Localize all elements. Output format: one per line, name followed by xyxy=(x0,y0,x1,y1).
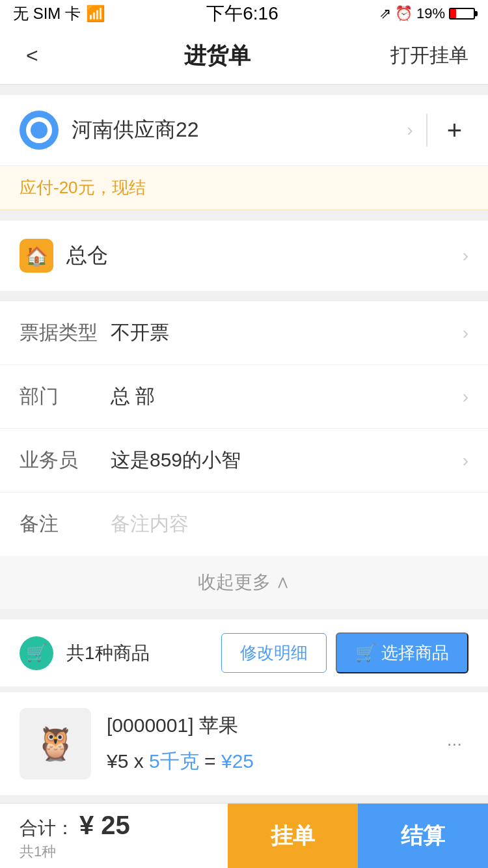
hang-label: 挂单 xyxy=(271,821,315,851)
product-name: [0000001] 苹果 xyxy=(107,712,441,739)
carrier-text: 无 SIM 卡 xyxy=(13,3,81,24)
cart-icon: 🛒 xyxy=(26,643,47,663)
select-product-button[interactable]: 🛒 选择商品 xyxy=(336,632,468,673)
supplier-divider xyxy=(426,114,427,146)
products-section: 🛒 共1种商品 修改明细 🛒 选择商品 xyxy=(0,619,488,687)
back-button[interactable]: < xyxy=(20,37,45,74)
add-supplier-button[interactable]: + xyxy=(441,116,468,145)
warehouse-row[interactable]: 🏠 总仓 › xyxy=(0,221,488,291)
avatar-inner xyxy=(26,117,52,143)
invoice-chevron-icon: › xyxy=(463,323,468,344)
status-time: 下午6:16 xyxy=(206,1,278,26)
sales-label: 业务员 xyxy=(20,447,98,474)
total-main: 合计： ¥ 25 xyxy=(20,811,208,841)
house-icon: 🏠 xyxy=(25,245,48,267)
open-hang-button[interactable]: 打开挂单 xyxy=(390,42,468,69)
price-x: x xyxy=(134,750,149,772)
sales-row[interactable]: 业务员 这是859的小智 › xyxy=(0,429,488,493)
product-qty: 5千克 xyxy=(149,750,199,772)
supplier-name: 河南供应商22 xyxy=(72,116,407,144)
wifi-icon: 📶 xyxy=(86,5,105,23)
warehouse-name: 总仓 xyxy=(66,241,463,270)
remark-row[interactable]: 备注 备注内容 xyxy=(0,493,488,556)
modify-detail-button[interactable]: 修改明细 xyxy=(221,633,327,673)
products-icon: 🛒 xyxy=(20,636,53,670)
select-cart-icon: 🛒 xyxy=(355,643,376,663)
collapse-row[interactable]: 收起更多 ∧ xyxy=(0,556,488,609)
avatar-person-icon xyxy=(31,122,47,139)
product-title: 苹果 xyxy=(199,714,238,736)
warehouse-chevron-icon: › xyxy=(463,245,468,266)
status-bar: 无 SIM 卡 📶 下午6:16 ⇗ ⏰ 19% xyxy=(0,0,488,27)
remark-label: 备注 xyxy=(20,511,98,537)
total-amount: ¥ 25 xyxy=(79,811,130,840)
invoice-label: 票据类型 xyxy=(20,319,98,346)
alert-row: 应付-20元，现结 xyxy=(0,166,488,210)
supplier-row[interactable]: 河南供应商22 › + xyxy=(0,95,488,166)
status-left: 无 SIM 卡 📶 xyxy=(13,3,105,24)
battery-percent: 19% xyxy=(416,5,445,22)
product-code: [0000001] xyxy=(107,714,193,736)
status-right: ⇗ ⏰ 19% xyxy=(379,5,475,22)
product-price: ¥5 x 5千克 = ¥25 xyxy=(107,748,441,775)
total-sub: 共1种 xyxy=(20,842,208,861)
supplier-section: 河南供应商22 › + 应付-20元，现结 xyxy=(0,95,488,210)
products-header: 🛒 共1种商品 修改明细 🛒 选择商品 xyxy=(0,619,488,687)
location-icon: ⇗ xyxy=(379,5,391,22)
warehouse-icon: 🏠 xyxy=(20,239,53,273)
bottom-bar: 合计： ¥ 25 共1种 挂单 结算 xyxy=(0,803,488,868)
gap-4 xyxy=(0,609,488,619)
gap-2 xyxy=(0,210,488,221)
dept-value: 总 部 xyxy=(98,383,463,410)
supplier-avatar xyxy=(20,111,59,150)
price-unit: ¥5 xyxy=(107,750,128,772)
invoice-value: 不开票 xyxy=(98,319,463,346)
page-title: 进货单 xyxy=(184,41,251,71)
product-info: [0000001] 苹果 ¥5 x 5千克 = ¥25 xyxy=(107,712,441,775)
price-eq: = xyxy=(204,750,221,772)
dept-chevron-icon: › xyxy=(463,387,468,407)
sales-value: 这是859的小智 xyxy=(98,447,463,474)
select-product-label: 选择商品 xyxy=(381,642,449,664)
battery-icon xyxy=(449,8,475,20)
owl-icon: 🦉 xyxy=(35,725,75,763)
collapse-label: 收起更多 ∧ xyxy=(198,572,291,592)
gap-3 xyxy=(0,291,488,301)
product-thumbnail: 🦉 xyxy=(20,708,91,780)
form-section: 票据类型 不开票 › 部门 总 部 › 业务员 这是859的小智 › 备注 备注… xyxy=(0,301,488,556)
dept-label: 部门 xyxy=(20,383,98,410)
supplier-chevron-icon: › xyxy=(407,120,413,141)
alert-text: 应付-20元，现结 xyxy=(20,178,146,197)
total-section: 合计： ¥ 25 共1种 xyxy=(0,811,228,861)
nav-bar: < 进货单 打开挂单 xyxy=(0,27,488,85)
gap-1 xyxy=(0,85,488,95)
sales-chevron-icon: › xyxy=(463,450,468,471)
product-item: 🦉 [0000001] 苹果 ¥5 x 5千克 = ¥25 ··· xyxy=(0,692,488,795)
warehouse-section: 🏠 总仓 › xyxy=(0,221,488,291)
dept-row[interactable]: 部门 总 部 › xyxy=(0,365,488,429)
checkout-label: 结算 xyxy=(401,821,445,851)
remark-placeholder: 备注内容 xyxy=(98,511,468,537)
total-label: 合计： xyxy=(20,816,74,841)
invoice-row[interactable]: 票据类型 不开票 › xyxy=(0,301,488,365)
checkout-button[interactable]: 结算 xyxy=(358,804,488,868)
hang-button[interactable]: 挂单 xyxy=(228,804,358,868)
products-count: 共1种商品 xyxy=(66,641,221,666)
product-more-button[interactable]: ··· xyxy=(441,733,468,754)
alarm-icon: ⏰ xyxy=(395,5,413,22)
product-total: ¥25 xyxy=(221,750,254,772)
